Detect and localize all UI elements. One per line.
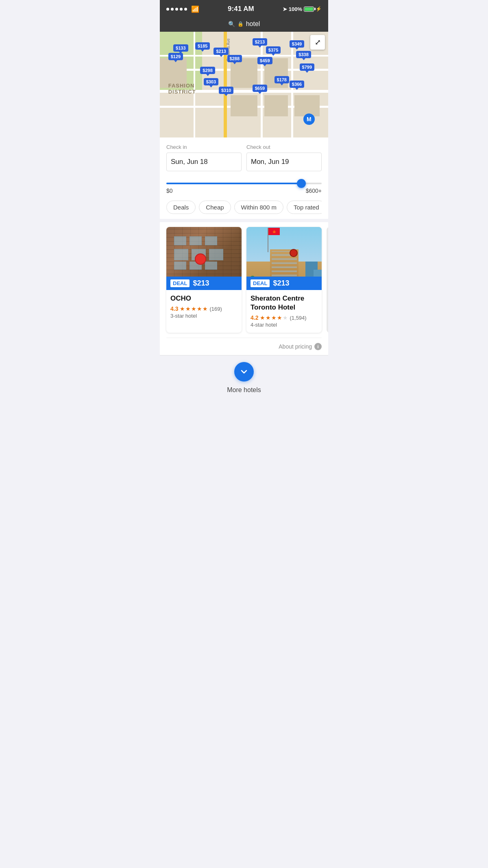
status-bar: 📶 9:41 AM ➤ 100% ⚡ [160,0,328,18]
filter-deals[interactable]: Deals [166,201,196,214]
bottom-section: About pricing i [160,338,328,355]
hotel-image-sheraton: 🍁 DEAL $213 [246,227,322,290]
price-pin-213a[interactable]: $213 [214,48,228,55]
map-background: FASHIONDISTRICT Spadina Ave M $133 $185 … [160,32,328,137]
map-expand-button[interactable]: ⤢ [310,35,325,50]
price-pin-349[interactable]: $349 [290,40,304,48]
deal-price-sheraton: $213 [273,279,289,288]
more-hotels-section[interactable]: More hotels [160,355,328,400]
price-pin-459[interactable]: $459 [257,57,272,64]
hotels-row: DEAL $213 OCHO 4.3 ★ ★ ★ ★ ★ (169) [160,222,328,338]
canadian-flag: 🍁 [268,228,280,235]
price-pin-288[interactable]: $288 [227,55,242,62]
price-pin-659[interactable]: $659 [253,85,267,92]
status-left: 📶 [166,5,199,13]
window [190,236,202,245]
star-3: ★ [191,305,196,312]
price-pin-129[interactable]: $129 [168,53,183,60]
map-block-3 [231,95,257,116]
more-hotels-chevron-button[interactable] [234,362,254,382]
price-pin-178[interactable]: $178 [274,76,289,83]
price-pin-133[interactable]: $133 [173,44,188,52]
signal-dot-2 [171,8,174,11]
signal-dot-3 [175,8,178,11]
hotel-name-ocho: OCHO [170,294,237,303]
status-right: ➤ 100% ⚡ [283,6,322,12]
filter-within800m[interactable]: Within 800 m [234,201,284,214]
window [174,236,186,245]
hotel-rating-sheraton: 4.2 ★ ★ ★ ★ ★ (1,594) [251,314,318,321]
slider-track[interactable] [166,183,322,184]
more-hotels-label[interactable]: More hotels [166,386,322,394]
hotel-image-ocho: DEAL $213 [166,227,242,290]
about-pricing-text[interactable]: About pricing [279,343,312,350]
price-pin-366[interactable]: $366 [290,81,304,88]
window [174,262,186,270]
filter-toprated[interactable]: Top rated [287,201,322,214]
hotel-card-sheraton[interactable]: 🍁 DEAL $213 Sheraton Centre Toronto Hote… [246,227,322,333]
section-divider [160,219,328,222]
filter-cheap[interactable]: Cheap [199,201,231,214]
date-row: Check in Sun, Jun 18 Check out Mon, Jun … [166,144,322,171]
star-1: ★ [180,305,185,312]
price-pin-338[interactable]: $338 [296,51,311,58]
slider-thumb[interactable] [297,179,306,188]
deal-label-sheraton: DEAL [251,279,270,287]
price-pin-375[interactable]: $375 [266,46,281,54]
map-block-5 [294,95,320,116]
chevron-down-icon [240,367,248,376]
deal-price-ocho: $213 [193,279,209,288]
price-pin-298[interactable]: $298 [200,67,215,74]
window [209,249,223,260]
battery-fill [305,7,313,11]
about-pricing-row: About pricing i [166,338,322,355]
rating-score-ocho: 4.3 [170,305,178,312]
price-pin-799[interactable]: $799 [300,63,314,71]
search-bar[interactable]: 🔍 🔒 hotel [160,18,328,32]
review-count-ocho: (169) [209,306,222,312]
signal-dot-1 [166,8,169,11]
deal-badge-sheraton: DEAL $213 [246,277,322,290]
checkout-label: Check out [246,144,322,150]
checkin-label: Check in [166,144,242,150]
window [205,236,217,245]
wifi-icon: 📶 [191,5,199,13]
checkin-field[interactable]: Check in Sun, Jun 18 [166,144,242,171]
metro-pin[interactable]: M [303,113,315,125]
hotel-card-partial [327,227,328,333]
battery-icon [304,7,314,12]
window [205,262,217,270]
price-pin-310[interactable]: $310 [219,87,233,94]
checkout-field[interactable]: Check out Mon, Jun 19 [246,144,322,171]
review-count-sheraton: (1,594) [290,315,306,321]
price-slider-container[interactable]: $0 $600+ [166,178,322,197]
stars-ocho: ★ ★ ★ ★ ★ [180,305,208,312]
hotel-type-sheraton: 4-star hotel [251,322,318,328]
checkin-input[interactable]: Sun, Jun 18 [166,153,242,171]
price-pin-213b[interactable]: $213 [253,38,267,46]
hotel-rating-ocho: 4.3 ★ ★ ★ ★ ★ (169) [170,305,237,312]
rating-score-sheraton: 4.2 [251,314,258,321]
signal-dot-5 [184,8,187,11]
info-icon[interactable]: i [314,343,322,350]
battery-percent: 100% [289,6,302,12]
hotel-card-ocho[interactable]: DEAL $213 OCHO 4.3 ★ ★ ★ ★ ★ (169) [166,227,242,333]
main-content: Check in Sun, Jun 18 Check out Mon, Jun … [160,137,328,338]
hotel-type-ocho: 3-star hotel [170,313,237,319]
hotel-info-ocho: OCHO 4.3 ★ ★ ★ ★ ★ (169) 3-star hotel [166,290,242,324]
price-min-label: $0 [166,188,173,194]
window-row-1 [174,236,217,245]
search-text: hotel [246,20,260,28]
checkout-input[interactable]: Mon, Jun 19 [246,153,322,171]
star-2: ★ [266,314,271,321]
charging-icon: ⚡ [316,6,322,12]
star-4: ★ [277,314,282,321]
map-container[interactable]: FASHIONDISTRICT Spadina Ave M $133 $185 … [160,32,328,137]
slider-fill [166,183,301,184]
price-pin-303[interactable]: $303 [204,78,218,85]
search-icon: 🔍 [228,21,235,27]
deal-label-ocho: DEAL [170,279,190,287]
price-max-label: $600+ [306,188,322,194]
price-pin-185[interactable]: $185 [195,42,210,50]
status-time: 9:41 AM [228,5,254,13]
